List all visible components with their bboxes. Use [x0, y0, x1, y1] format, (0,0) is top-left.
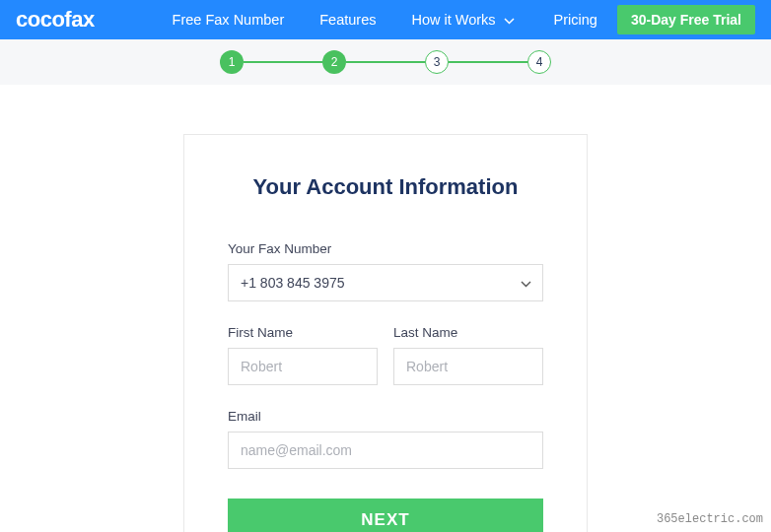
fax-number-label: Your Fax Number — [228, 241, 543, 256]
account-form-card: Your Account Information Your Fax Number… — [183, 134, 588, 532]
last-name-label: Last Name — [393, 325, 543, 340]
progress-step-2: 2 — [322, 50, 346, 74]
nav-features[interactable]: Features — [319, 12, 376, 28]
next-button[interactable]: NEXT — [228, 499, 543, 532]
progress-connector — [346, 61, 425, 63]
nav-how-it-works-label: How it Works — [411, 12, 495, 28]
watermark: 365electric.com — [657, 512, 763, 526]
nav-free-fax[interactable]: Free Fax Number — [173, 12, 285, 28]
progress-step-3: 3 — [425, 50, 449, 74]
free-trial-button[interactable]: 30-Day Free Trial — [617, 5, 755, 34]
fax-number-select[interactable]: +1 803 845 3975 — [228, 264, 543, 301]
brand-logo[interactable]: cocofax — [16, 7, 95, 33]
chevron-down-icon — [504, 12, 515, 28]
first-name-label: First Name — [228, 325, 378, 340]
fax-number-value: +1 803 845 3975 — [241, 275, 345, 291]
nav-how-it-works[interactable]: How it Works — [411, 12, 514, 28]
email-field[interactable] — [228, 432, 543, 469]
progress-connector — [449, 61, 527, 63]
progress-connector — [244, 61, 322, 63]
progress-step-4: 4 — [527, 50, 551, 74]
page-title: Your Account Information — [228, 174, 543, 200]
email-label: Email — [228, 409, 543, 424]
first-name-field[interactable] — [228, 348, 378, 385]
top-nav: cocofax Free Fax Number Features How it … — [0, 0, 771, 39]
nav-pricing[interactable]: Pricing — [554, 12, 597, 28]
last-name-field[interactable] — [393, 348, 543, 385]
progress-step-1: 1 — [220, 50, 244, 74]
progress-bar: 1 2 3 4 — [0, 39, 771, 85]
